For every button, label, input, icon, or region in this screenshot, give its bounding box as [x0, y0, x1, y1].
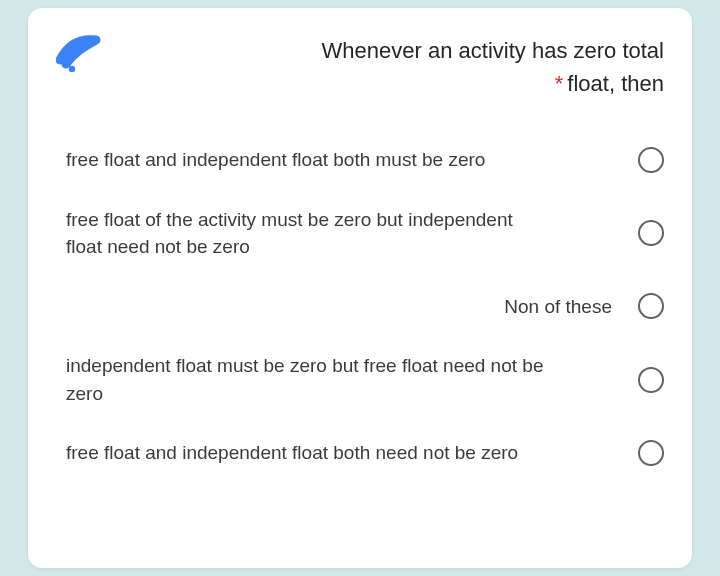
option-label: independent float must be zero but free …: [66, 352, 546, 407]
radio-button[interactable]: [638, 440, 664, 466]
options-list: free float and independent float both mu…: [56, 130, 664, 483]
question-line-1: Whenever an activity has zero total: [136, 34, 664, 67]
question-text-block: Whenever an activity has zero total *flo…: [116, 34, 664, 100]
question-header: Whenever an activity has zero total *flo…: [56, 34, 664, 100]
radio-button[interactable]: [638, 367, 664, 393]
option-label: free float of the activity must be zero …: [66, 206, 546, 261]
question-card: Whenever an activity has zero total *flo…: [28, 8, 692, 568]
svg-point-0: [69, 66, 75, 72]
radio-button[interactable]: [638, 220, 664, 246]
option-label: free float and independent float both ne…: [66, 439, 518, 467]
radio-button[interactable]: [638, 147, 664, 173]
option-row[interactable]: independent float must be zero but free …: [66, 336, 664, 423]
required-asterisk: *: [555, 71, 564, 96]
option-row[interactable]: free float and independent float both ne…: [66, 423, 664, 483]
option-row[interactable]: free float of the activity must be zero …: [66, 190, 664, 277]
option-row[interactable]: free float and independent float both mu…: [66, 130, 664, 190]
question-line-2-text: float, then: [567, 71, 664, 96]
icon-container: [56, 34, 116, 74]
scribble-icon: [56, 34, 116, 74]
option-row[interactable]: Non of these: [66, 277, 664, 337]
option-label: free float and independent float both mu…: [66, 146, 485, 174]
option-label: Non of these: [66, 293, 624, 321]
question-line-2: *float, then: [136, 67, 664, 100]
radio-button[interactable]: [638, 293, 664, 319]
